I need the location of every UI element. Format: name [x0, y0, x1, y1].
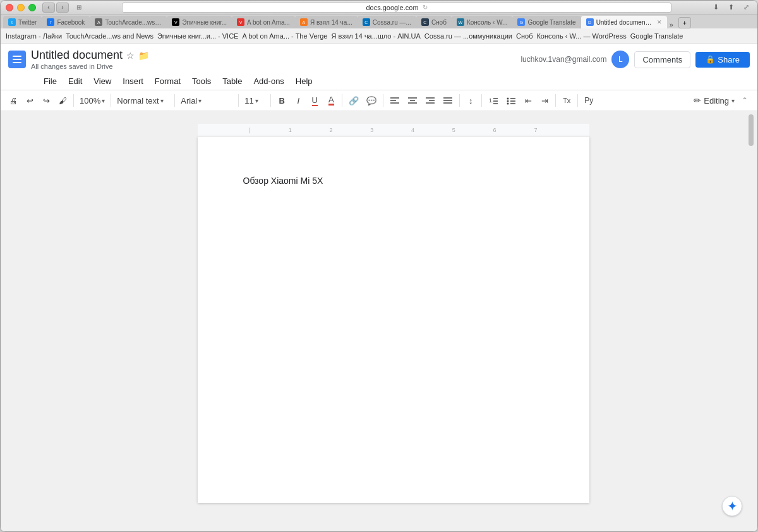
- justify-button[interactable]: [440, 93, 456, 108]
- editing-dropdown-arrow[interactable]: ▾: [731, 97, 735, 104]
- decrease-indent-button[interactable]: ⇤: [520, 93, 536, 108]
- menu-help[interactable]: Help: [291, 74, 318, 88]
- minimize-button[interactable]: [17, 4, 25, 11]
- font-value: Arial: [181, 96, 197, 106]
- font-color-button[interactable]: A: [323, 93, 339, 108]
- menu-file[interactable]: File: [39, 74, 62, 88]
- view-button[interactable]: ⊞: [74, 3, 84, 13]
- insert-comment-button[interactable]: 💬: [363, 93, 380, 108]
- redo-button[interactable]: ↪: [39, 93, 54, 108]
- align-left-icon: [390, 96, 400, 105]
- bookmark-toucharcade[interactable]: TouchArcade...ws and News: [66, 32, 153, 40]
- tab-translate[interactable]: G Google Translate: [512, 16, 581, 28]
- tab-twitter-label: Twitter: [18, 19, 37, 26]
- clear-formatting-button[interactable]: Tx: [559, 93, 574, 108]
- new-tab-button[interactable]: +: [678, 17, 691, 28]
- style-selector[interactable]: Normal text ▾: [114, 93, 171, 108]
- maximize-button[interactable]: [28, 4, 36, 11]
- line-spacing-button[interactable]: ↕: [463, 93, 478, 108]
- tab-facebook[interactable]: f Facebook: [42, 16, 90, 28]
- cyrillic-button[interactable]: Ру: [581, 93, 596, 108]
- menu-tools[interactable]: Tools: [187, 74, 216, 88]
- tab-gdocs[interactable]: D Untitled document - Go... ✕: [581, 16, 667, 28]
- tab-epichnie[interactable]: V Эпичные книг...: [167, 16, 232, 28]
- underline-button[interactable]: U: [307, 93, 322, 108]
- share-button[interactable]: 🔒 Share: [695, 52, 750, 68]
- tab-gdocs-close[interactable]: ✕: [657, 19, 662, 25]
- insert-link-button[interactable]: 🔗: [346, 93, 362, 108]
- bookmark-instagram[interactable]: Instagram - Лайки: [6, 32, 62, 40]
- align-right-button[interactable]: [422, 93, 438, 108]
- tab-gdocs-label: Untitled document - Go...: [596, 19, 653, 26]
- folder-icon[interactable]: 📁: [138, 51, 149, 61]
- bookmark-verge[interactable]: A bot on Ama... - The Verge: [242, 32, 327, 40]
- bookmark-epichnie[interactable]: Эпичные книг...и... - VICE: [157, 32, 239, 40]
- back-button[interactable]: ‹: [42, 3, 55, 13]
- zoom-selector[interactable]: 100% ▾: [77, 93, 107, 108]
- menu-format[interactable]: Format: [150, 74, 186, 88]
- document-title[interactable]: Untitled document: [31, 49, 123, 62]
- document-paragraph[interactable]: Обзор Xiaomi Mi 5X: [243, 174, 544, 188]
- explore-button[interactable]: ✦: [722, 496, 742, 516]
- tab-ain[interactable]: A Я взял 14 ча...: [295, 16, 358, 28]
- tab-ain-label: Я взял 14 ча...: [310, 19, 352, 26]
- font-selector[interactable]: Arial ▾: [178, 93, 235, 108]
- bookmark-cossa[interactable]: Cossa.ru — ...оммуникации: [424, 32, 512, 40]
- fullscreen-button[interactable]: ⤢: [740, 3, 752, 13]
- download-button[interactable]: ⬇: [709, 3, 722, 13]
- toolbar-right: ✏ Editing ▾ ⌃: [694, 93, 752, 108]
- undo-button[interactable]: ↩: [22, 93, 37, 108]
- align-center-button[interactable]: [404, 93, 421, 108]
- menu-edit[interactable]: Edit: [63, 74, 87, 88]
- font-size-selector[interactable]: 11 ▾: [242, 93, 267, 108]
- scrollbar-track[interactable]: [749, 111, 754, 531]
- menu-view[interactable]: View: [88, 74, 116, 88]
- document-page[interactable]: Обзор Xiaomi Mi 5X: [198, 136, 589, 503]
- gdocs-top-right: luchkov.1van@gmail.com L Comments 🔒 Shar…: [520, 51, 750, 68]
- reload-icon[interactable]: ↻: [423, 4, 428, 11]
- nav-arrows: ‹ ›: [42, 3, 69, 13]
- tab-verge-favicon: V: [237, 18, 244, 26]
- bookmark-translate[interactable]: Google Translate: [630, 32, 683, 40]
- tab-konsol[interactable]: W Консоль ‹ W...: [452, 16, 513, 28]
- numbered-list-button[interactable]: 1.: [485, 93, 502, 108]
- share-button[interactable]: ⬆: [725, 3, 737, 13]
- tab-cossa[interactable]: C Cossa.ru —...: [358, 16, 416, 28]
- scroll-area[interactable]: | 1 2 3 4 5 6 7 Обзор Xiaomi Mi 5X: [42, 111, 745, 531]
- document-content[interactable]: Обзор Xiaomi Mi 5X: [243, 174, 544, 188]
- bookmark-snob[interactable]: Сноб: [516, 32, 532, 40]
- tab-ain-favicon: A: [300, 18, 308, 26]
- close-button[interactable]: [6, 4, 13, 11]
- menu-addons[interactable]: Add-ons: [248, 74, 289, 88]
- tabs-overflow-button[interactable]: »: [667, 21, 676, 28]
- print-button[interactable]: 🖨: [6, 93, 21, 108]
- collapse-toolbar-button[interactable]: ⌃: [737, 93, 752, 108]
- comments-button[interactable]: Comments: [634, 51, 690, 68]
- paint-format-button[interactable]: 🖌: [55, 93, 70, 108]
- bookmark-ain[interactable]: Я взял 14 ча...шло - AIN.UA: [331, 32, 420, 40]
- browser-tabs: t Twitter f Facebook A TouchArcade...ws …: [1, 15, 757, 28]
- url-bar[interactable]: docs.google.com ↻: [122, 3, 671, 13]
- star-icon[interactable]: ☆: [126, 51, 135, 61]
- increase-indent-button[interactable]: ⇥: [537, 93, 552, 108]
- tab-toucharcade[interactable]: A TouchArcade...ws and News: [90, 16, 167, 28]
- tab-snob[interactable]: С Сноб: [416, 16, 452, 28]
- menu-table[interactable]: Table: [217, 74, 247, 88]
- tab-verge[interactable]: V A bot on Ama...: [232, 16, 295, 28]
- font-arrow: ▾: [198, 97, 202, 104]
- user-avatar[interactable]: L: [611, 51, 629, 68]
- align-left-button[interactable]: [387, 93, 403, 108]
- svg-point-18: [507, 103, 509, 105]
- bold-button[interactable]: B: [274, 93, 289, 108]
- italic-button[interactable]: I: [291, 93, 306, 108]
- forward-button[interactable]: ›: [56, 3, 69, 13]
- bulleted-list-button[interactable]: [503, 93, 519, 108]
- hamburger-menu-button[interactable]: [8, 51, 26, 68]
- scrollbar-thumb[interactable]: [749, 114, 754, 146]
- tab-twitter-favicon: t: [8, 18, 16, 26]
- gdocs-doc-wrapper: | 1 2 3 4 5 6 7 Обзор Xiaomi Mi 5X: [1, 111, 757, 531]
- tab-twitter[interactable]: t Twitter: [3, 16, 42, 28]
- bookmark-toucharcade-label: TouchArcade...ws and News: [66, 32, 153, 40]
- bookmark-konsol[interactable]: Консоль ‹ W... — WordPress: [536, 32, 626, 40]
- menu-insert[interactable]: Insert: [117, 74, 148, 88]
